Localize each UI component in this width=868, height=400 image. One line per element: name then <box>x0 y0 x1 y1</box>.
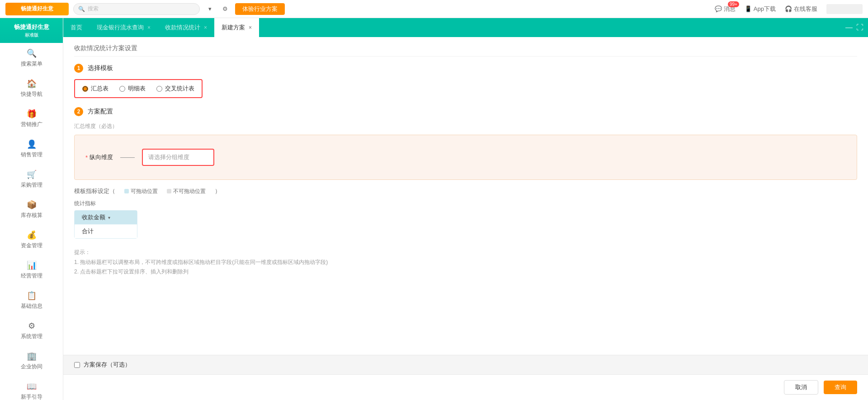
search-bar[interactable]: 🔍 搜索 <box>73 3 200 15</box>
metrics-col-header[interactable]: 收款金额 ▾ <box>75 211 137 224</box>
step1-title: 选择模板 <box>88 64 113 72</box>
sidebar-brand: 畅捷通好生意 标准版 <box>0 18 63 43</box>
step2-title: 方案配置 <box>88 108 113 116</box>
sidebar-item-sales[interactable]: 👤 销售管理 <box>0 134 63 164</box>
chevron-down-icon: ▾ <box>108 215 110 220</box>
step1-header: 1 选择模板 <box>74 64 857 73</box>
sidebar-label-operations: 经营管理 <box>21 272 42 280</box>
sidebar-item-marketing[interactable]: 🎁 营销推广 <box>0 104 63 134</box>
sidebar-item-purchase[interactable]: 🛒 采购管理 <box>0 164 63 194</box>
sidebar-label-quick-nav: 快捷导航 <box>21 90 42 98</box>
nodrag-indicator: 不可拖动位置 <box>167 188 206 195</box>
page-header: 收款情况统计方案设置 <box>74 44 857 56</box>
search-menu-icon: 🔍 <box>27 48 37 58</box>
step1-section: 1 选择模板 汇总表 明细表 <box>74 64 857 98</box>
select-dimension-dropdown[interactable]: 请选择分组维度 <box>142 149 214 166</box>
radio-detail-input[interactable] <box>119 86 125 92</box>
tab-receipt-stats[interactable]: 收款情况统计 × <box>158 18 214 37</box>
tab-new-plan[interactable]: 新建方案 × <box>214 18 259 37</box>
cart-icon: 🛒 <box>27 169 37 179</box>
radio-detail[interactable]: 明细表 <box>119 85 146 93</box>
query-button[interactable]: 查询 <box>824 381 857 394</box>
footer-actions: 取消 查询 <box>63 374 868 400</box>
cancel-button[interactable]: 取消 <box>784 380 818 395</box>
step2-number: 2 <box>74 107 83 116</box>
tab-bar-actions: — ⛶ <box>845 24 868 32</box>
sidebar-item-operations[interactable]: 📊 经营管理 <box>0 255 63 285</box>
dropdown-button[interactable]: ▾ <box>204 4 215 14</box>
metrics-table-section-label: 统计指标 <box>74 200 857 207</box>
clipboard-icon: 📋 <box>27 291 37 301</box>
required-mark: * <box>85 154 88 161</box>
page-content: 收款情况统计方案设置 1 选择模板 汇总表 <box>63 37 868 374</box>
tips-title: 提示： <box>74 249 90 255</box>
support-icon: 🎧 <box>785 5 792 12</box>
sidebar-item-basic-info[interactable]: 📋 基础信息 <box>0 285 63 315</box>
dimension-label: 汇总维度（必选） <box>74 122 857 130</box>
gear-icon: ⚙ <box>28 321 35 331</box>
tab-home[interactable]: 首页 <box>63 18 90 37</box>
sidebar-item-finance[interactable]: 💰 资金管理 <box>0 225 63 255</box>
tab-receipt-stats-label: 收款情况统计 <box>165 24 200 32</box>
tab-bank-flow[interactable]: 现金银行流水查询 × <box>90 18 158 37</box>
tab-receipt-stats-close[interactable]: × <box>204 24 207 31</box>
content-area: 首页 现金银行流水查询 × 收款情况统计 × 新建方案 × — ⛶ <box>63 18 868 400</box>
dimension-row: * 纵向维度 —— 请选择分组维度 <box>85 149 214 166</box>
support-label: 在线客服 <box>794 5 817 13</box>
metrics-header-text: 模板指标设定（ <box>74 187 115 195</box>
tab-minimize-button[interactable]: — <box>845 24 853 32</box>
tab-maximize-button[interactable]: ⛶ <box>856 24 863 32</box>
sidebar-label-search-menu: 搜索菜单 <box>21 60 42 68</box>
radio-cross-input[interactable] <box>156 86 162 92</box>
sidebar-item-inventory[interactable]: 📦 库存核算 <box>0 194 63 225</box>
radio-cross-label: 交叉统计表 <box>165 85 194 93</box>
metrics-row-total: 合计 <box>75 224 137 238</box>
tab-home-label: 首页 <box>71 24 82 32</box>
sidebar-item-enterprise[interactable]: 🏢 企业协同 <box>0 346 63 376</box>
dimension-section: 汇总维度（必选） * 纵向维度 —— 请选择分组维度 <box>74 122 857 180</box>
download-label: App下载 <box>754 5 776 13</box>
tab-bank-flow-label: 现金银行流水查询 <box>97 24 144 32</box>
download-item[interactable]: 📱 App下载 <box>745 5 776 13</box>
building-icon: 🏢 <box>27 351 37 361</box>
metrics-table: 收款金额 ▾ 合计 <box>74 210 137 239</box>
sidebar-label-sales: 销售管理 <box>21 151 42 159</box>
settings-button[interactable]: ⚙ <box>220 4 231 14</box>
trial-button[interactable]: 体验行业方案 <box>235 3 285 15</box>
gift-icon: 🎁 <box>27 109 37 119</box>
sidebar-item-system[interactable]: ⚙ 系统管理 <box>0 315 63 346</box>
save-checkbox[interactable] <box>74 362 80 368</box>
chart-icon: 📊 <box>27 260 37 270</box>
draggable-label: 可拖动位置 <box>131 188 158 195</box>
sidebar-label-basic-info: 基础信息 <box>21 302 42 310</box>
template-selection: 汇总表 明细表 交叉统计表 <box>74 79 203 98</box>
sidebar-item-quick-nav[interactable]: 🏠 快捷导航 <box>0 73 63 104</box>
sidebar-brand-sub: 标准版 <box>25 32 38 38</box>
tab-bank-flow-close[interactable]: × <box>147 24 151 31</box>
step1-number: 1 <box>74 64 83 73</box>
support-item[interactable]: 🎧 在线客服 <box>785 5 817 13</box>
user-avatar[interactable] <box>826 4 863 14</box>
box-icon: 📦 <box>27 200 37 210</box>
notification-item[interactable]: 💬 消息 99+ <box>715 5 736 13</box>
sidebar-item-search-menu[interactable]: 🔍 搜索菜单 <box>0 43 63 73</box>
sidebar-label-marketing: 营销推广 <box>21 121 42 128</box>
bottom-save-section: 方案保存（可选） <box>63 355 868 374</box>
radio-cross[interactable]: 交叉统计表 <box>156 85 194 93</box>
radio-summary-input[interactable] <box>82 86 88 92</box>
notification-badge: 99+ <box>728 1 739 7</box>
sidebar-brand-text: 畅捷通好生意 <box>14 23 49 31</box>
draggable-indicator: 可拖动位置 <box>124 188 158 195</box>
book-icon: 📖 <box>27 381 37 391</box>
sidebar-item-guide[interactable]: 📖 新手引导 <box>0 376 63 400</box>
sidebar-label-guide: 新手引导 <box>21 393 42 400</box>
step2-section: 2 方案配置 汇总维度（必选） * 纵向 <box>74 107 857 277</box>
tab-new-plan-close[interactable]: × <box>249 24 252 31</box>
sidebar-label-finance: 资金管理 <box>21 242 42 249</box>
app-logo: 畅捷通好生意 <box>5 3 69 15</box>
top-bar-right: 💬 消息 99+ 📱 App下载 🎧 在线客服 <box>715 4 863 14</box>
download-icon: 📱 <box>745 5 752 12</box>
metrics-header: 模板指标设定（ 可拖动位置 不可拖动位置 ） <box>74 187 857 195</box>
tab-bar: 首页 现金银行流水查询 × 收款情况统计 × 新建方案 × — ⛶ <box>63 18 868 37</box>
radio-summary[interactable]: 汇总表 <box>82 85 108 93</box>
